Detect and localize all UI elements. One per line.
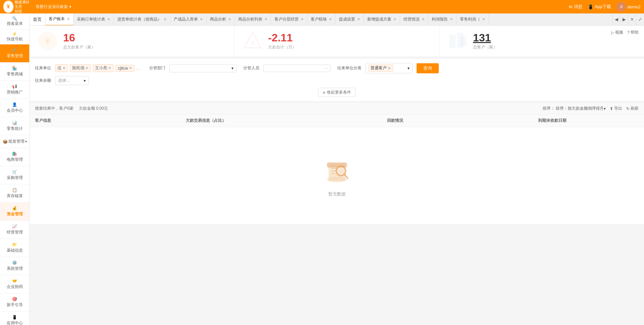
export-button[interactable]: ⬆ 导出 xyxy=(610,106,622,111)
account-dropdown-button[interactable]: 母婴行业演示账套 ▾ xyxy=(36,4,71,10)
tab-customer-tier[interactable]: 客户分层经营 ✕ xyxy=(271,13,307,26)
tab-close-product-inbound[interactable]: ✕ xyxy=(200,17,203,22)
search-icon: 🔍 xyxy=(3,16,27,21)
sidebar-item-basic-info[interactable]: 📁 基础信息 xyxy=(0,239,29,257)
chevron-down-icon: ▾ xyxy=(25,140,27,143)
partner-category-select[interactable]: 普通客户 ✕ ▾ xyxy=(366,63,413,73)
tab-product-inbound[interactable]: 产成品入库单 ✕ xyxy=(170,13,207,26)
member-icon: 👤 xyxy=(12,102,17,107)
message-button[interactable]: ✉ 消息 xyxy=(569,4,583,10)
stat-card-total: ▷ 视频 ? 帮助 xyxy=(439,26,644,57)
sidebar-item-search-menu[interactable]: 🔍 搜索菜单 xyxy=(0,13,29,30)
tab-promotion-settings[interactable]: 提成设置 ✕ xyxy=(336,13,364,26)
tab-new-promotion[interactable]: 新增提成方案 ✕ xyxy=(364,13,400,26)
tab-close-product-analysis-list[interactable]: ✕ xyxy=(264,17,267,22)
table-header: 客户信息 欠款交易信息（占比） 回款情况 到期未收款日期 xyxy=(30,114,644,127)
tab-product-analysis[interactable]: 商品分析 ✕ xyxy=(207,13,235,26)
user-profile[interactable]: d demo2 xyxy=(616,2,641,11)
result-bar-left: 搜索结果中，客户0家 欠款金额 0.00元 xyxy=(35,106,108,111)
tab-close-all-button[interactable]: ✕ xyxy=(628,13,636,26)
tab-home[interactable]: 首页 xyxy=(30,13,45,26)
app-download-button[interactable]: 📱 App下载 xyxy=(588,4,611,10)
sidebar-item-new-guide[interactable]: 🎯 新手引导 xyxy=(0,293,29,312)
tab-close-product-analysis[interactable]: ✕ xyxy=(228,17,231,22)
sidebar-item-retail-stats[interactable]: 📊 零售统计 xyxy=(0,117,29,135)
chevron-down-icon: ▾ xyxy=(231,66,233,71)
tab-close-customer-contact[interactable]: ✕ xyxy=(329,17,332,22)
sidebar-item-marketing[interactable]: 📢 营销推广 xyxy=(0,81,29,99)
division-person-select[interactable]: ··· xyxy=(263,65,331,72)
remove-tag-1[interactable]: ✕ xyxy=(85,66,88,70)
filter-tag-2: 王小亮 ✕ xyxy=(93,64,114,72)
tab-close-purchase-order[interactable]: ✕ xyxy=(107,17,110,22)
sidebar-item-ecommerce[interactable]: 🛍️ 电商管理 xyxy=(0,148,29,166)
remove-tag-2[interactable]: ✕ xyxy=(108,66,111,70)
tab-expand-button[interactable]: ⤢ xyxy=(636,13,644,26)
avatar: d xyxy=(616,2,626,11)
stats-icon: 📊 xyxy=(12,120,17,125)
filter-section: 往来单位 伍 ✕ 陈民强 ✕ 王小亮 xyxy=(30,59,644,101)
tab-purchase-order[interactable]: 采购订单统计表 ✕ xyxy=(74,13,114,26)
help-button[interactable]: ? 帮助 xyxy=(627,30,639,35)
col-header-due-date: 到期未收款日期 xyxy=(538,118,639,123)
total-customers-icon xyxy=(447,31,468,51)
stat-info-debt: -2.11 欠款合计（万） xyxy=(268,32,296,50)
division-dept-select[interactable]: ▾ xyxy=(169,64,237,72)
balance-label: 往来余额 xyxy=(35,78,51,83)
chevron-down-icon: ▾ xyxy=(69,4,71,9)
tab-close-new-promotion[interactable]: ✕ xyxy=(393,17,396,22)
tab-customer-contact[interactable]: 客户联络 ✕ xyxy=(307,13,336,26)
tab-customer-account[interactable]: 客户账本 ✕ xyxy=(45,13,74,26)
sidebar-item-member-center[interactable]: 👤 会员中心 xyxy=(0,99,29,117)
tab-prev-button[interactable]: ◀ xyxy=(612,13,620,26)
tab-close-promotion-settings[interactable]: ✕ xyxy=(357,17,360,22)
tab-profit-report[interactable]: 利润报告 ✕ xyxy=(428,13,457,26)
sidebar-item-quick-nav[interactable]: ⚡ 快捷导航 xyxy=(0,30,29,44)
tab-retail-profit[interactable]: 零售利润（ ✕ xyxy=(457,13,489,26)
sidebar-item-retail-manage[interactable]: 🛒 零售管理 xyxy=(0,44,29,63)
help-icon: ? xyxy=(627,30,630,35)
video-button[interactable]: ▷ 视频 xyxy=(611,30,623,35)
customers-icon: ¥ xyxy=(38,31,58,51)
sidebar-item-enterprise[interactable]: 🤝 企业协同 xyxy=(0,275,29,293)
refresh-button[interactable]: ↻ 刷新 xyxy=(626,106,639,111)
remove-tag-0[interactable]: ✕ xyxy=(62,66,66,70)
top-bar: ¥ 畅捷通好生意 标版 母婴行业演示账套 ▾ ✉ 消息 📱 App下载 d de… xyxy=(0,0,644,13)
stat-info-total: 131 总客户（家） xyxy=(473,32,497,50)
sidebar-item-system[interactable]: ⚙️ 系统管理 xyxy=(0,257,29,275)
finance-icon: 💰 xyxy=(12,206,17,211)
tab-product-analysis-list[interactable]: 商品分析列表 ✕ xyxy=(235,13,271,26)
col-header-debt: 欠款交易信息（占比） xyxy=(186,118,387,123)
remove-tag-3[interactable]: ✕ xyxy=(129,66,132,70)
tab-close-customer-tier[interactable]: ✕ xyxy=(301,17,304,22)
svg-rect-6 xyxy=(460,36,466,46)
sidebar-item-purchase-manage[interactable]: 🛒 采购管理 xyxy=(0,166,29,184)
export-icon: ⬆ xyxy=(610,106,613,111)
tab-close-purchase-stats[interactable]: ✕ xyxy=(164,17,167,22)
empty-state: 暂无数据 xyxy=(30,127,644,224)
stat-card-customers: ¥ 16 总欠款客户（家） xyxy=(30,26,234,57)
collapse-button[interactable]: ∧ 收起更多条件 xyxy=(318,88,355,97)
sidebar-item-wholesale[interactable]: 📦 批发管理 ▾ xyxy=(0,135,29,148)
search-button[interactable]: 查询 xyxy=(417,63,439,73)
remove-category-tag[interactable]: ✕ xyxy=(388,66,391,71)
sidebar-item-operations[interactable]: 📈 经营管理 xyxy=(0,221,29,239)
sidebar-item-finance[interactable]: 💰 资金管理 xyxy=(0,203,29,221)
sidebar-item-inventory[interactable]: 📋 库存核算 xyxy=(0,184,29,203)
tab-close-profit-report[interactable]: ✕ xyxy=(450,17,453,22)
stat-info-customers: 16 总欠款客户（家） xyxy=(63,32,95,50)
tab-purchase-stats[interactable]: 进货单统计表（按商品） ✕ xyxy=(114,13,170,26)
balance-select[interactable]: 选择... ▾ xyxy=(55,76,89,85)
tab-close-retail-profit[interactable]: ✕ xyxy=(482,17,485,22)
filter-more-button[interactable]: ... xyxy=(136,66,140,71)
logo-icon: ¥ xyxy=(3,1,13,13)
tab-close-operation-status[interactable]: ✕ xyxy=(422,17,425,22)
tab-next-button[interactable]: ▶ xyxy=(620,13,628,26)
sidebar-item-app-center[interactable]: 📱 应用中心 xyxy=(0,312,29,325)
tab-close-customer-account[interactable]: ✕ xyxy=(67,17,70,21)
purchase-icon: 🛒 xyxy=(12,170,17,174)
sort-button[interactable]: 排序： 排序：按欠款金额倒序排序 ▾ xyxy=(543,106,606,111)
sidebar-item-retail-mall[interactable]: 🏪 零售商城 xyxy=(0,63,29,81)
tab-operation-status[interactable]: 经营情况 ✕ xyxy=(400,13,428,26)
enterprise-icon: 🤝 xyxy=(12,279,17,283)
